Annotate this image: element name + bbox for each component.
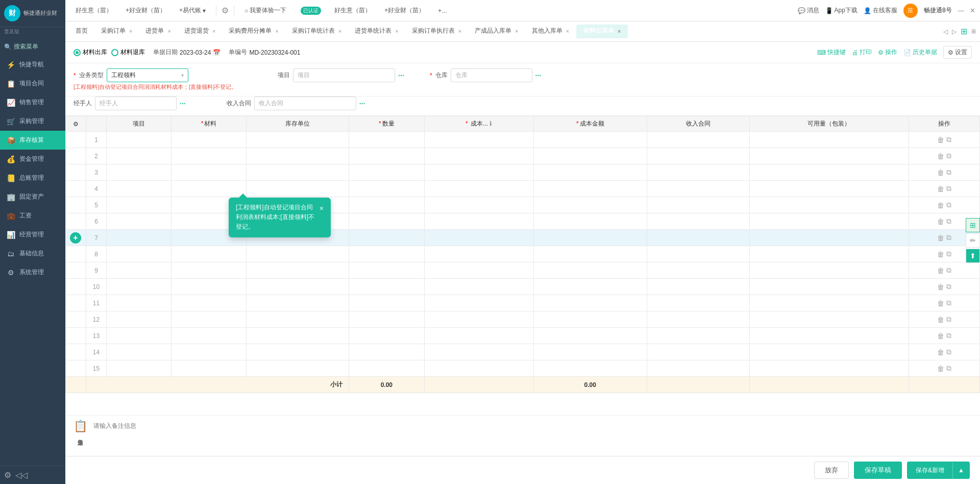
save-new-label[interactable]: 保存&新增	[908, 463, 953, 478]
tab-close-icon[interactable]: ×	[167, 28, 170, 34]
available-qty-cell[interactable]	[749, 213, 909, 230]
material-cell[interactable]	[171, 181, 246, 197]
sidebar-item-finance[interactable]: 💰 资金管理	[0, 150, 65, 168]
cost-amount-cell[interactable]	[533, 148, 647, 164]
settings-icon[interactable]: ⚙	[4, 470, 11, 480]
handler-input[interactable]: 经手人	[95, 96, 177, 110]
quantity-cell[interactable]	[349, 360, 424, 377]
operation-btn[interactable]: ⚙ 操作	[878, 48, 897, 57]
tab-more[interactable]: +...	[433, 5, 452, 16]
income-contract-ellipsis[interactable]: ···	[359, 100, 365, 108]
tab-close-icon[interactable]: ×	[275, 28, 278, 34]
available-qty-cell[interactable]	[749, 246, 909, 262]
unit-cell[interactable]	[247, 132, 349, 148]
unit-cell[interactable]	[247, 164, 349, 181]
income-contract-cell[interactable]	[647, 181, 749, 197]
sidebar-item-operations[interactable]: 📊 经营管理	[0, 225, 65, 244]
quantity-cell[interactable]	[349, 197, 424, 213]
tab-close-icon[interactable]: ×	[458, 28, 461, 34]
project-cell[interactable]	[107, 132, 172, 148]
cost-amount-cell[interactable]	[533, 279, 647, 295]
search-menu[interactable]: 🔍 搜索菜单	[0, 38, 65, 55]
cost-amount-cell[interactable]	[533, 344, 647, 360]
cost-amount-cell[interactable]	[533, 328, 647, 344]
cost-amount-cell[interactable]	[533, 295, 647, 311]
list-view-icon[interactable]: ≡	[971, 27, 976, 36]
unit-cell[interactable]	[247, 360, 349, 377]
tab-haoyecai[interactable]: +好业财（苗）	[120, 4, 171, 17]
tab-purchase-exec[interactable]: 采购订单执行表 ×	[406, 23, 468, 39]
material-cell[interactable]	[171, 164, 246, 181]
cost-cell[interactable]	[424, 213, 533, 230]
unit-cell[interactable]	[247, 181, 349, 197]
income-contract-cell[interactable]	[647, 262, 749, 279]
unit-cell[interactable]	[247, 328, 349, 344]
cost-amount-cell[interactable]	[533, 213, 647, 230]
discard-button[interactable]: 放弃	[814, 462, 849, 479]
print-btn[interactable]: 🖨 打印	[852, 48, 872, 57]
app-download-btn[interactable]: 📱 App下载	[825, 6, 857, 15]
project-cell[interactable]	[107, 295, 172, 311]
trial-link[interactable]: ○ 我要体验一下	[239, 4, 291, 17]
income-contract-cell[interactable]	[647, 148, 749, 164]
date-value[interactable]: 2023-03-24	[180, 49, 211, 56]
tab-home[interactable]: 首页	[69, 23, 94, 39]
quantity-cell[interactable]	[349, 246, 424, 262]
online-service-btn[interactable]: 👤 在线客服	[864, 6, 897, 15]
material-cell[interactable]	[171, 279, 246, 295]
tab-material-outbound[interactable]: 材料出库单 ×	[576, 25, 628, 38]
sidebar-item-inventory[interactable]: 📦 库存核算	[0, 131, 65, 150]
copy-icon[interactable]: ⧉	[946, 135, 951, 144]
project-cell[interactable]	[107, 279, 172, 295]
quantity-cell[interactable]	[349, 164, 424, 181]
material-cell[interactable]	[171, 246, 246, 262]
cost-cell[interactable]	[424, 360, 533, 377]
tab-close-icon[interactable]: ×	[129, 28, 132, 34]
user-avatar[interactable]: 苗	[903, 4, 918, 18]
message-btn[interactable]: 💬 消息	[798, 6, 819, 15]
cost-amount-cell[interactable]	[533, 360, 647, 377]
available-qty-cell[interactable]	[749, 197, 909, 213]
settings-btn[interactable]: ⚙ 设置	[943, 46, 972, 59]
certified-badge[interactable]: 已认证	[295, 5, 326, 17]
available-qty-cell[interactable]	[749, 279, 909, 295]
tab-purchase-stats[interactable]: 采购订单统计表 ×	[286, 23, 348, 39]
unit-cell[interactable]	[247, 295, 349, 311]
copy-icon[interactable]: ⧉	[946, 364, 951, 373]
available-qty-cell[interactable]	[749, 344, 909, 360]
save-draft-button[interactable]: 保存草稿	[854, 462, 902, 479]
copy-icon[interactable]: ⧉	[946, 152, 951, 160]
material-cell[interactable]	[171, 311, 246, 328]
float-icon-2[interactable]: ✏	[966, 233, 980, 248]
sidebar-item-project[interactable]: 📋 项目合同	[0, 74, 65, 93]
delete-icon[interactable]: 🗑	[937, 348, 944, 356]
copy-icon[interactable]: ⧉	[946, 299, 951, 307]
income-contract-cell[interactable]	[647, 328, 749, 344]
cost-amount-cell[interactable]	[533, 197, 647, 213]
tab-other-receipt[interactable]: 其他入库单 ×	[526, 23, 575, 39]
copy-icon[interactable]: ⧉	[946, 315, 951, 324]
sidebar-item-purchase[interactable]: 🛒 采购管理	[0, 112, 65, 131]
unit-cell[interactable]	[247, 344, 349, 360]
delete-icon[interactable]: 🗑	[937, 217, 944, 226]
project-cell[interactable]	[107, 360, 172, 377]
income-contract-cell[interactable]	[647, 360, 749, 377]
sidebar-item-assets[interactable]: 🏢 固定资产	[0, 187, 65, 206]
tab-purchase-expense[interactable]: 采购费用分摊单 ×	[223, 23, 284, 39]
cost-cell[interactable]	[424, 295, 533, 311]
copy-icon[interactable]: ⧉	[946, 184, 951, 193]
delete-icon[interactable]: 🗑	[937, 299, 944, 307]
delete-icon[interactable]: 🗑	[937, 201, 944, 209]
tab-finished-goods[interactable]: 产成品入库单 ×	[469, 23, 524, 39]
cost-cell[interactable]	[424, 279, 533, 295]
history-btn[interactable]: 📄 历史单据	[903, 48, 937, 57]
delete-icon[interactable]: 🗑	[937, 185, 944, 193]
cost-amount-cell[interactable]	[533, 262, 647, 279]
income-contract-cell[interactable]	[647, 246, 749, 262]
cost-cell[interactable]	[424, 132, 533, 148]
project-cell[interactable]	[107, 311, 172, 328]
calendar-icon[interactable]: 📅	[213, 49, 220, 56]
income-contract-cell[interactable]	[647, 164, 749, 181]
cost-amount-cell[interactable]	[533, 246, 647, 262]
quantity-cell[interactable]	[349, 230, 424, 246]
